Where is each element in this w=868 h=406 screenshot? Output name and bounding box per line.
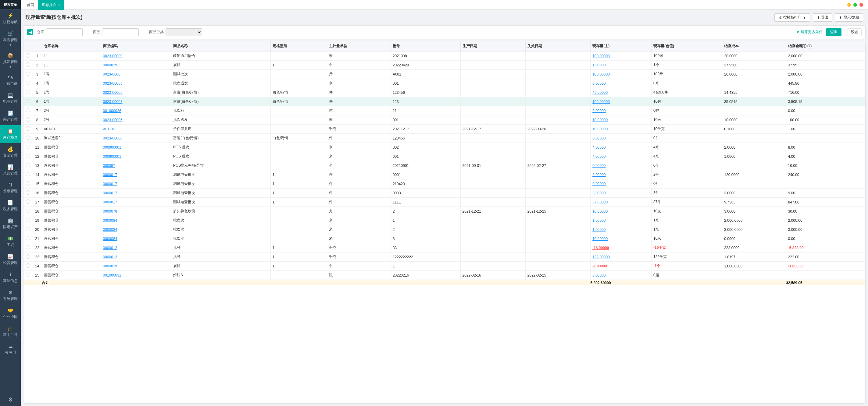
row-radio[interactable]: [24, 134, 33, 143]
sidebar-item-cloud[interactable]: ☁ 云应用: [0, 340, 21, 359]
sidebar-item-newbie[interactable]: 🎓 新手引导: [0, 323, 21, 340]
row-code[interactable]: 0000078: [101, 207, 172, 216]
row-qty-main[interactable]: 2.00000: [591, 170, 652, 179]
export-button[interactable]: ⬆ 导出: [813, 13, 832, 22]
sidebar-item-quick-nav[interactable]: ⚡ 快捷导航: [0, 10, 21, 28]
row-radio[interactable]: [24, 161, 33, 170]
row-radio[interactable]: [24, 61, 33, 70]
row-qty-main[interactable]: -16.00000: [591, 243, 652, 252]
row-code[interactable]: 000900001: [101, 143, 172, 152]
row-qty-main[interactable]: 0.00000: [591, 271, 652, 280]
row-code[interactable]: 0000017: [101, 170, 172, 179]
tab-close-button[interactable]: ×: [58, 0, 60, 10]
row-radio[interactable]: [24, 170, 33, 179]
sidebar-item-fixed-asset[interactable]: 🏢 固定资产: [0, 215, 21, 233]
sidebar-item-inventory[interactable]: 📋 库存核查: [0, 125, 21, 143]
row-radio[interactable]: [24, 79, 33, 88]
row-radio[interactable]: [24, 225, 33, 234]
row-code[interactable]: 0023-00005: [101, 88, 172, 97]
sidebar-item-sys[interactable]: ⚙ 系统管理: [0, 286, 21, 305]
row-radio[interactable]: [24, 143, 33, 152]
row-code[interactable]: 0000017: [101, 179, 172, 189]
row-radio[interactable]: [24, 52, 33, 61]
row-code[interactable]: A01-01: [101, 125, 172, 134]
row-qty-main[interactable]: 0.00000: [591, 179, 652, 189]
row-qty-main[interactable]: 1.00000: [591, 61, 652, 70]
tab-home[interactable]: 首页: [23, 0, 38, 10]
sidebar-item-purchase[interactable]: 🧾 采购管理: [0, 107, 21, 125]
row-radio[interactable]: [24, 189, 33, 198]
row-code[interactable]: 0000084: [101, 225, 172, 234]
row-radio[interactable]: [24, 70, 33, 79]
row-code[interactable]: 0000084: [101, 234, 172, 243]
sidebar-item-wholesale[interactable]: 📦 批发管理 ▼: [0, 49, 21, 72]
row-qty-main[interactable]: 100.00000: [591, 70, 652, 79]
settings-gear-button[interactable]: ⚙: [0, 393, 21, 406]
amount-info-icon[interactable]: i: [807, 44, 812, 48]
row-radio[interactable]: [24, 207, 33, 216]
row-code[interactable]: 0000017: [101, 198, 172, 207]
product-input[interactable]: [102, 28, 139, 36]
row-code[interactable]: 0023-00008: [101, 97, 172, 106]
row-code[interactable]: 0000029: [101, 61, 172, 70]
row-radio[interactable]: [24, 198, 33, 207]
sidebar-item-labor[interactable]: 💵 工资: [0, 233, 21, 251]
row-qty-main[interactable]: -1.00000: [591, 262, 652, 271]
search-nav-button[interactable]: ◀: [27, 29, 33, 35]
sidebar-item-collab[interactable]: 🤝 企业协同: [0, 305, 21, 323]
row-code[interactable]: 0000017: [101, 189, 172, 198]
row-code[interactable]: 000900001: [101, 152, 172, 161]
row-radio[interactable]: [24, 216, 33, 225]
row-qty-main[interactable]: 10.00000: [591, 125, 652, 134]
sidebar-item-general[interactable]: 📊 总账管理: [0, 161, 21, 179]
sidebar-item-invoice[interactable]: 🗒 发票管理: [0, 179, 21, 197]
row-qty-main[interactable]: 87.00000: [591, 198, 652, 207]
sidebar-item-micro-ecom[interactable]: 🛍 小额电商: [0, 72, 21, 89]
row-qty-main[interactable]: 3.00000: [591, 189, 652, 198]
row-code[interactable]: 001000031: [101, 271, 172, 280]
row-code[interactable]: 000097: [101, 161, 172, 170]
row-radio[interactable]: [24, 97, 33, 106]
warehouse-input[interactable]: [46, 28, 83, 36]
row-qty-main[interactable]: 0.00000: [591, 161, 652, 170]
row-code[interactable]: 0000084: [101, 216, 172, 225]
row-radio[interactable]: [24, 125, 33, 134]
row-code[interactable]: 0000012: [101, 252, 172, 262]
row-qty-main[interactable]: 0.00000: [591, 79, 652, 88]
row-radio[interactable]: [24, 243, 33, 252]
row-qty-main[interactable]: 0.00000: [591, 106, 652, 115]
print-button[interactable]: 🖨 按模板打印 ▼: [774, 13, 810, 22]
sidebar-item-basic[interactable]: ℹ 基础信息: [0, 269, 21, 286]
sidebar-item-retail[interactable]: 🛒 零售管理 ▼: [0, 28, 21, 49]
row-qty-main[interactable]: 100.00000: [591, 97, 652, 106]
search-button[interactable]: 查询: [826, 28, 841, 36]
row-radio[interactable]: [24, 234, 33, 243]
row-radio[interactable]: [24, 115, 33, 125]
settings-button[interactable]: 设置: [847, 28, 862, 36]
row-radio[interactable]: [24, 179, 33, 189]
row-qty-main[interactable]: 0.00000: [591, 134, 652, 143]
row-qty-main[interactable]: 122.00000: [591, 252, 652, 262]
category-select[interactable]: [165, 28, 202, 36]
row-code[interactable]: 001000026: [101, 106, 172, 115]
maximize-button[interactable]: [854, 3, 857, 7]
row-qty-main[interactable]: 4.00000: [591, 152, 652, 161]
row-code[interactable]: 0023-00009: [101, 52, 172, 61]
minimize-button[interactable]: [847, 3, 851, 7]
sidebar-item-ops[interactable]: 📈 经营管理: [0, 251, 21, 269]
expand-conditions-button[interactable]: ▼ 展开更多条件: [796, 30, 823, 35]
row-code[interactable]: 0023-00008: [101, 134, 172, 143]
row-qty-main[interactable]: 10.00000: [591, 115, 652, 125]
sidebar-item-ecom[interactable]: 💻 电商管理: [0, 89, 21, 107]
sidebar-logo[interactable]: 搜索菜单: [0, 0, 21, 10]
row-code[interactable]: 0000012: [101, 243, 172, 252]
row-radio[interactable]: [24, 88, 33, 97]
row-qty-main[interactable]: 1.00000: [591, 225, 652, 234]
row-code[interactable]: 0023-0000...: [101, 70, 172, 79]
row-radio[interactable]: [24, 271, 33, 280]
sidebar-item-asset[interactable]: 💰 资金管理: [0, 143, 21, 161]
row-qty-main[interactable]: 100.00000: [591, 52, 652, 61]
row-radio[interactable]: [24, 152, 33, 161]
row-qty-main[interactable]: 10.00000: [591, 207, 652, 216]
show-hide-button[interactable]: 👁 显示/隐藏: [835, 13, 863, 22]
